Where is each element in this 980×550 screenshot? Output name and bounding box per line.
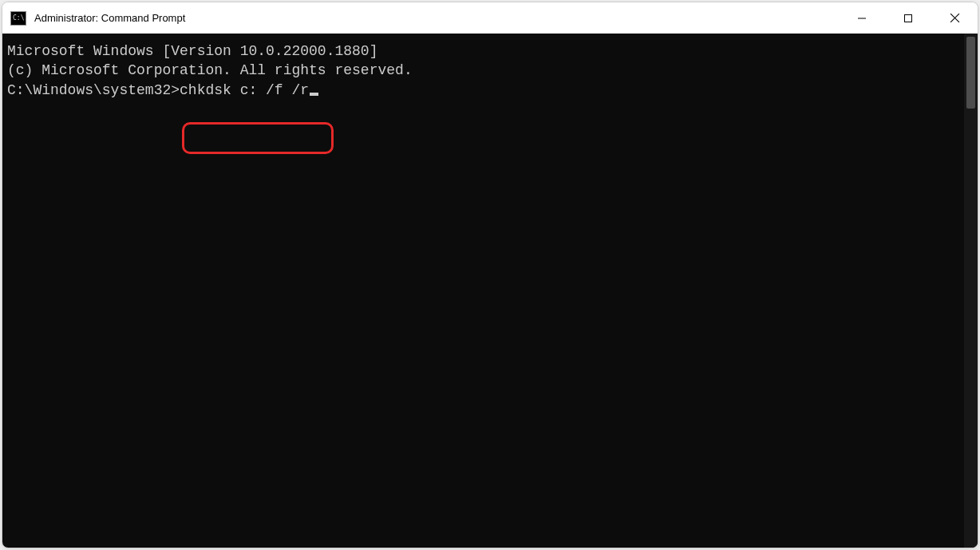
- cmd-icon-glyph: C:\.: [13, 15, 28, 22]
- scrollbar-thumb[interactable]: [966, 37, 975, 109]
- vertical-scrollbar[interactable]: [964, 34, 978, 548]
- close-button[interactable]: [931, 2, 978, 34]
- window-controls: [839, 2, 978, 34]
- svg-rect-1: [905, 14, 912, 22]
- prompt-line: C:\Windows\system32>chkdsk c: /f /r: [7, 81, 959, 100]
- terminal-output[interactable]: Microsoft Windows [Version 10.0.22000.18…: [2, 34, 964, 548]
- maximize-button[interactable]: [885, 2, 931, 34]
- prompt-path: C:\Windows\system32>: [7, 82, 180, 98]
- version-line: Microsoft Windows [Version 10.0.22000.18…: [7, 42, 959, 61]
- minimize-icon: [857, 14, 867, 23]
- typed-command: chkdsk c: /f /r: [180, 82, 309, 98]
- window-title: Administrator: Command Prompt: [34, 12, 185, 24]
- copyright-line: (c) Microsoft Corporation. All rights re…: [7, 61, 959, 80]
- terminal-area[interactable]: Microsoft Windows [Version 10.0.22000.18…: [2, 34, 978, 548]
- minimize-button[interactable]: [839, 2, 885, 34]
- titlebar[interactable]: C:\. Administrator: Command Prompt: [2, 2, 978, 34]
- cmd-app-icon: C:\.: [10, 11, 26, 26]
- cursor: [310, 93, 318, 96]
- command-prompt-window: C:\. Administrator: Command Prompt: [2, 2, 978, 548]
- maximize-icon: [903, 14, 913, 23]
- close-icon: [950, 13, 960, 23]
